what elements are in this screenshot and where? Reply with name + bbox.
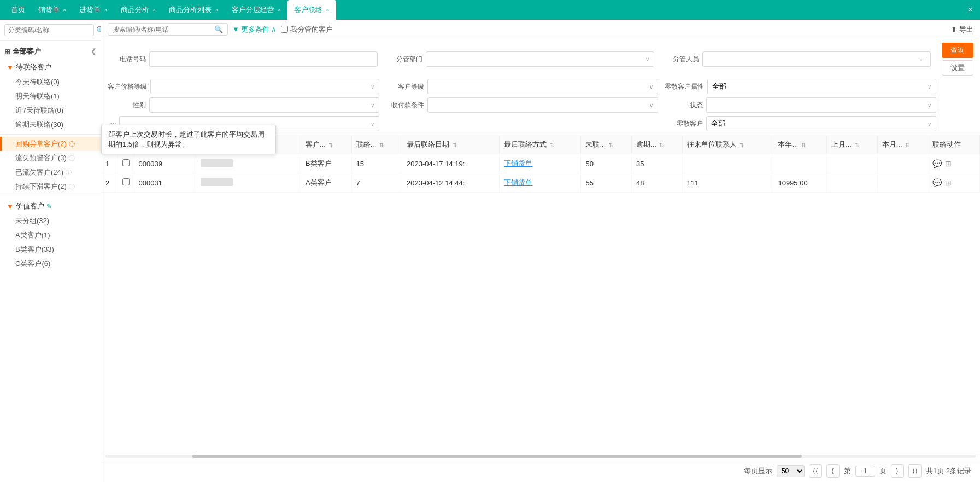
grid-action-icon-2[interactable]: ⊞: [945, 178, 952, 187]
nav-customer-contact-label: 客户联络: [294, 0, 322, 20]
grid-action-icon-1[interactable]: ⊞: [945, 159, 952, 168]
filter-retail-attr-input[interactable]: 全部 ∨: [707, 79, 936, 94]
filter-phone: 电话号码: [108, 51, 378, 67]
nav-home[interactable]: 首页: [4, 0, 32, 20]
sidebar-group-value-label: 价值客户: [16, 201, 44, 211]
per-page-label: 每页显示: [744, 466, 772, 476]
filter-row-3: 性别 ∨ 收付款条件 ∨ 状态 ∨: [108, 97, 973, 113]
th-last-contact-date: 最后联络日期 ⇅: [402, 135, 500, 154]
row-1-checkbox[interactable]: [122, 159, 130, 166]
sort-overdue-icon[interactable]: ⇅: [659, 142, 664, 148]
current-page-input[interactable]: [855, 466, 875, 477]
chat-icon-1[interactable]: 💬: [932, 159, 942, 168]
filter-actions: 查询 设置: [942, 43, 973, 76]
filter-manager-input[interactable]: ···: [702, 51, 931, 67]
nav-customer-tier[interactable]: 客户分层经营 ×: [225, 0, 287, 20]
total-records-label: 共1页 2条记录: [926, 466, 971, 476]
last-method-link-2[interactable]: 下销货单: [504, 178, 532, 187]
filter-customer-level-input[interactable]: ∨: [427, 79, 658, 94]
sidebar-item-today[interactable]: 今天待联络(0): [0, 75, 101, 89]
search-input[interactable]: [113, 26, 214, 33]
sidebar-collapse-icon[interactable]: ❮: [91, 48, 96, 55]
sidebar-group-value[interactable]: ▼ 价值客户 ✎: [0, 199, 101, 214]
sidebar-item-b-class[interactable]: B类客户(33): [0, 242, 101, 257]
filter-manager: 分管人员 ···: [661, 51, 931, 67]
sort-ctype-icon[interactable]: ⇅: [328, 142, 333, 148]
nav-product-analysis[interactable]: 商品分析 ×: [114, 0, 162, 20]
row-2-checkbox[interactable]: [122, 178, 130, 185]
sort-unlinked-icon[interactable]: ⇅: [609, 142, 613, 148]
nav-sales-close[interactable]: ×: [63, 0, 66, 20]
filter-gender-input[interactable]: ∨: [149, 97, 379, 113]
nav-sales[interactable]: 销货单 ×: [32, 0, 73, 20]
sidebar-group-pending[interactable]: ▼ 待联络客户: [0, 60, 101, 75]
sidebar-search-input[interactable]: [4, 24, 94, 36]
sidebar-all-customers[interactable]: ⊞ 全部客户 ❮: [0, 43, 101, 60]
prev-page-btn[interactable]: ⟨: [826, 464, 840, 478]
page-label-suffix: 页: [879, 466, 887, 476]
filter-status-input[interactable]: ∨: [706, 97, 936, 113]
page-label-prefix: 第: [844, 466, 851, 476]
sidebar-search-icon[interactable]: 🔍: [96, 26, 101, 34]
last-method-link-1[interactable]: 下销货单: [504, 159, 532, 167]
sort-last-date-icon[interactable]: ⇅: [453, 142, 457, 148]
nav-purchase[interactable]: 进货单 ×: [73, 0, 114, 20]
sort-cp-icon[interactable]: ⇅: [740, 142, 744, 148]
th-last-month: 上月... ⇅: [827, 135, 878, 154]
grid-icon: ⊞: [4, 48, 10, 56]
nav-product-list[interactable]: 商品分析列表 ×: [162, 0, 225, 20]
sidebar-item-7days[interactable]: 近7天待联络(0): [0, 103, 101, 118]
filter-phone-input[interactable]: [149, 51, 378, 67]
sidebar-group-pending-label: 待联络客户: [16, 62, 51, 72]
gender-arrow-icon: ∨: [371, 102, 374, 108]
divider-2: [0, 196, 101, 196]
my-customer-check[interactable]: 我分管的客户: [281, 25, 333, 34]
sort-cmonth-icon[interactable]: ⇅: [905, 142, 909, 148]
next-page-btn[interactable]: ⟩: [891, 464, 904, 478]
th-year-label: 本年...: [778, 140, 798, 148]
window-close-button[interactable]: ×: [965, 4, 976, 15]
sort-lmonth-icon[interactable]: ⇅: [855, 142, 859, 148]
sidebar-item-churned[interactable]: 已流失客户(24) ⓘ: [0, 165, 101, 179]
nav-product-analysis-close[interactable]: ×: [152, 0, 156, 20]
td-last-method-2: 下销货单: [500, 173, 581, 193]
nav-customer-contact-close[interactable]: ×: [326, 0, 329, 20]
action-icons-1: 💬 ⊞: [932, 159, 975, 168]
per-page-select[interactable]: 50 100 200: [777, 465, 805, 477]
sidebar-item-overdue[interactable]: 逾期未联络(30): [0, 118, 101, 132]
edit-icon-value[interactable]: ✎: [46, 202, 52, 210]
sidebar-item-churn-warn[interactable]: 流失预警客户(3) ⓘ: [0, 151, 101, 165]
filter-retail-attr: 零散客户属性 全部 ∨: [665, 79, 936, 94]
query-button[interactable]: 查询: [942, 43, 973, 58]
sidebar-item-c-class[interactable]: C类客户(6): [0, 257, 101, 271]
sort-year-icon[interactable]: ⇅: [801, 142, 806, 148]
sidebar-item-tomorrow[interactable]: 明天待联络(1): [0, 89, 101, 103]
nav-purchase-close[interactable]: ×: [104, 0, 107, 20]
last-page-btn[interactable]: ⟩⟩: [908, 464, 922, 478]
sort-method-icon[interactable]: ⇅: [550, 142, 554, 148]
divider-1: [0, 134, 101, 135]
settings-button[interactable]: 设置: [942, 60, 973, 76]
my-customer-checkbox[interactable]: [281, 26, 288, 33]
nav-customer-tier-close[interactable]: ×: [278, 0, 281, 20]
scrollbar-thumb[interactable]: [192, 455, 801, 458]
sidebar-tree: ⊞ 全部客户 ❮ ▼ 待联络客户 今天待联络(0) 明天待联络(1) 近7天待联…: [0, 41, 101, 482]
nav-product-list-close[interactable]: ×: [215, 0, 218, 20]
filter-payment-input[interactable]: ∨: [427, 97, 658, 113]
sidebar-item-ungrouped[interactable]: 未分组(32): [0, 214, 101, 228]
filter-price-level-input[interactable]: ∨: [150, 79, 379, 94]
sidebar-item-declining[interactable]: 持续下滑客户(2) ⓘ: [0, 179, 101, 194]
horizontal-scrollbar[interactable]: [101, 452, 980, 460]
nav-customer-contact[interactable]: 客户联络 ×: [287, 0, 336, 20]
first-page-btn[interactable]: ⟨⟨: [809, 464, 822, 478]
filter-department-input[interactable]: ∨: [426, 51, 654, 67]
sidebar-item-a-class[interactable]: A类客户(1): [0, 228, 101, 242]
retail-attr-arrow-icon: ∨: [928, 84, 931, 90]
search-icon[interactable]: 🔍: [214, 25, 223, 33]
export-button[interactable]: ⬆ 导出: [951, 25, 973, 34]
sort-contact-icon[interactable]: ⇅: [379, 142, 384, 148]
chat-icon-2[interactable]: 💬: [932, 178, 942, 187]
sidebar-item-abnormal[interactable]: 回购异常客户(2) ⓘ: [0, 137, 101, 151]
more-conditions-btn[interactable]: ▼ 更多条件 ∧: [232, 25, 277, 34]
filter-retail-customer-input[interactable]: 全部 ∨: [706, 116, 936, 131]
